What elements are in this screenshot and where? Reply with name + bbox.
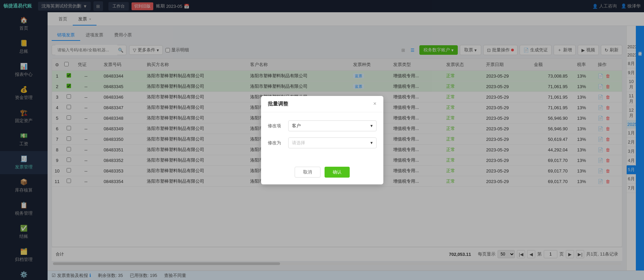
modify-field-label: 修改项 <box>268 123 288 129</box>
modal-close-btn[interactable]: × <box>373 101 376 107</box>
modal-body: 修改项 客户 ▾ 修改为 请选择 ▾ <box>261 112 383 163</box>
modal-overlay: 批量调整 × 修改项 客户 ▾ 修改为 请选择 ▾ 取消 确认 <box>0 0 644 280</box>
value-select-arrow-icon: ▾ <box>370 140 373 145</box>
modify-value-select[interactable]: 请选择 ▾ <box>288 137 377 148</box>
modify-field-select[interactable]: 客户 ▾ <box>288 120 377 131</box>
modal-title: 批量调整 <box>268 101 288 107</box>
batch-adjust-modal: 批量调整 × 修改项 客户 ▾ 修改为 请选择 ▾ 取消 确认 <box>261 96 383 184</box>
modal-header: 批量调整 × <box>261 96 383 112</box>
modal-footer: 取消 确认 <box>261 163 383 184</box>
field-select-arrow-icon: ▾ <box>370 123 373 128</box>
modal-field-row: 修改项 客户 ▾ <box>268 120 377 131</box>
modal-value-row: 修改为 请选择 ▾ <box>268 137 377 148</box>
modal-confirm-btn[interactable]: 确认 <box>325 167 350 178</box>
modify-value-label: 修改为 <box>268 140 288 146</box>
modal-cancel-btn[interactable]: 取消 <box>295 167 320 178</box>
modify-value-placeholder: 请选择 <box>292 140 305 146</box>
